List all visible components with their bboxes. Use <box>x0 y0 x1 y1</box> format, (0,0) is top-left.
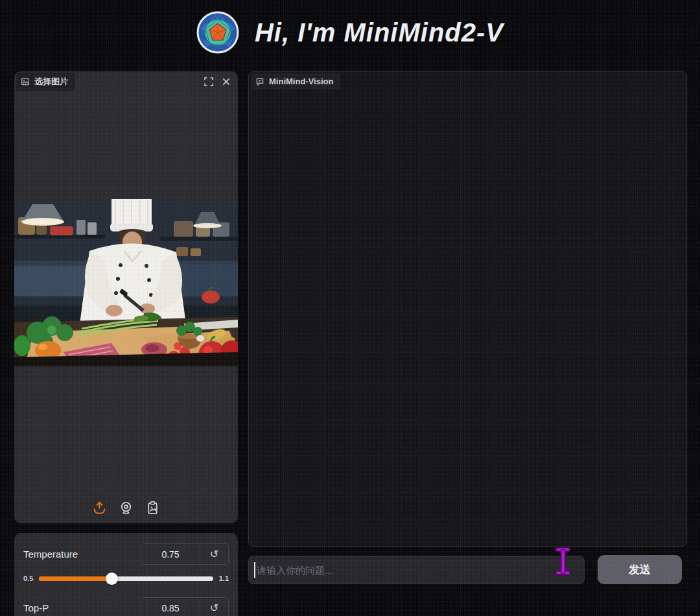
header: Hi, I'm MiniMind2-V <box>0 0 700 65</box>
top-p-reset-button[interactable]: ↺ <box>200 598 228 616</box>
temperature-value-input[interactable]: 0.75 <box>141 544 200 564</box>
temperature-row: Temperature 0.75 ↺ <box>23 543 229 565</box>
reset-icon: ↺ <box>210 602 218 614</box>
temperature-min-label: 0.5 <box>23 575 33 582</box>
generation-settings-panel: Temperature 0.75 ↺ 0.5 1.1 Top-P 0.85 ↺ <box>14 533 238 616</box>
temperature-slider-handle[interactable] <box>106 573 118 585</box>
send-button[interactable]: 发送 <box>598 555 682 584</box>
reset-icon: ↺ <box>210 548 218 560</box>
upload-button[interactable] <box>92 501 108 516</box>
text-caret <box>254 562 255 578</box>
chef-photo-illustration <box>14 199 238 366</box>
temperature-slider[interactable] <box>39 576 213 581</box>
temperature-slider-row: 0.5 1.1 <box>23 573 229 584</box>
temperature-slider-fill <box>39 576 111 581</box>
chatbot-label-text: MiniMind-Vision <box>269 77 333 86</box>
chat-bubble-icon <box>255 77 264 86</box>
minimind-logo-icon <box>196 11 239 54</box>
paste-image-button[interactable] <box>145 501 161 516</box>
question-input[interactable] <box>248 556 585 584</box>
top-p-row: Top-P 0.85 ↺ <box>23 597 229 616</box>
fullscreen-icon <box>204 77 214 87</box>
top-p-value-input[interactable]: 0.85 <box>141 598 200 616</box>
top-p-value-group: 0.85 ↺ <box>141 597 229 616</box>
webcam-icon <box>119 501 134 515</box>
temperature-reset-button[interactable]: ↺ <box>200 544 228 564</box>
temperature-value-group: 0.75 ↺ <box>141 543 229 565</box>
image-panel-actions <box>203 76 232 88</box>
image-icon <box>21 77 30 86</box>
clipboard-image-icon <box>145 501 160 515</box>
webcam-button[interactable] <box>119 501 134 516</box>
top-p-label: Top-P <box>23 602 49 613</box>
chatbot-panel: MiniMind-Vision <box>248 71 687 547</box>
temperature-label: Temperature <box>23 549 78 560</box>
selected-image[interactable] <box>14 199 238 366</box>
temperature-max-label: 1.1 <box>219 575 229 582</box>
close-icon <box>221 77 231 87</box>
clear-image-button[interactable] <box>220 76 232 88</box>
chatbot-label: MiniMind-Vision <box>251 73 340 89</box>
page-title: Hi, I'm MiniMind2-V <box>255 18 504 47</box>
image-panel-label-text: 选择图片 <box>34 76 68 88</box>
upload-icon <box>92 501 107 515</box>
image-source-toolbar <box>14 501 238 516</box>
app-root: Hi, I'm MiniMind2-V 选择图片 <box>0 0 700 616</box>
image-panel-label: 选择图片 <box>16 73 75 91</box>
fullscreen-button[interactable] <box>203 76 215 88</box>
image-upload-panel: 选择图片 <box>14 71 238 523</box>
